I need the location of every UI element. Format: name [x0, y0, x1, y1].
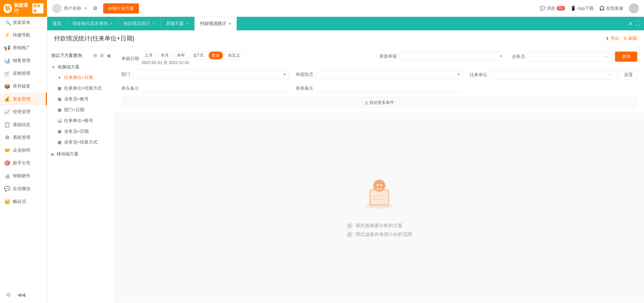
- head-note-input[interactable]: [142, 84, 289, 93]
- scheme-item-partner-account[interactable]: 📊 往来单位+账号: [47, 115, 114, 126]
- sidebar-item-label-quick-nav: 快捷导航: [13, 32, 30, 38]
- content-area: 按以下方案查询 ⊕ ⚙ ◀ ▼ 电脑端方案 ●: [47, 47, 644, 303]
- sidebar-item-wechat[interactable]: 💬 企业微信: [0, 182, 47, 195]
- logo-icon: 畅: [3, 4, 12, 13]
- online-service-btn[interactable]: 🎧 在线客服: [599, 5, 623, 11]
- source-doc-select[interactable]: ▾: [400, 52, 505, 61]
- doc-status-label: 单据状态: [296, 71, 313, 78]
- partner-label: 往来单位: [470, 72, 487, 78]
- filter-dept: 部门 ▾: [121, 70, 289, 79]
- settings-btn[interactable]: 设置: [620, 70, 637, 80]
- scheme-item-staff-settlement[interactable]: ▦ 业务员+结算方式: [47, 137, 114, 148]
- collapse-sidebar-icon[interactable]: ◀◀: [16, 290, 26, 300]
- scheme-item-staff-date[interactable]: ▦ 业务员+日期: [47, 126, 114, 137]
- tab-receipt-stats-close[interactable]: ✕: [152, 22, 155, 26]
- user-name: 用户名称: [64, 5, 81, 11]
- partner-select[interactable]: ···: [490, 70, 617, 80]
- topbar-dropdown-arrow[interactable]: ▾: [85, 6, 87, 11]
- scheme-item-label-4: 往来单位+账号: [64, 118, 93, 124]
- tab-receipt-stats[interactable]: 收款情况统计 ✕: [118, 17, 161, 30]
- export-btn[interactable]: ⬆ 导出: [606, 35, 619, 41]
- salesperson-ellipsis[interactable]: ···: [602, 54, 609, 60]
- sidebar-item-hardware[interactable]: 🖨 智能硬件: [0, 170, 47, 182]
- main-area: 用户名称 ▾ ⚙ 体验行业方案 💬 消息 99+ 📱 App下载 🎧 在线客服: [47, 0, 644, 303]
- tab-close-all-icon[interactable]: ✕: [628, 21, 633, 27]
- collapse-panel-icon[interactable]: ◀: [106, 52, 110, 59]
- scheme-item-dept-date[interactable]: ▦ 部门+日期: [47, 104, 114, 115]
- scheme-item-icon-3: ▦: [57, 107, 62, 113]
- settings-scheme-icon[interactable]: ⚙: [99, 52, 104, 59]
- date-btn-this-year[interactable]: 本年: [174, 52, 188, 59]
- sidebar-item-icon-purchase: 🛒: [4, 70, 10, 77]
- tip-num-1: 1: [347, 223, 353, 229]
- tab-new-scheme-close[interactable]: ✕: [186, 22, 189, 26]
- tab-bank-flow[interactable]: 现金银行流水查询 ✕: [67, 17, 118, 30]
- right-panel: 单据日期 上月 本月 本年 近7天 更多 自定义: [115, 47, 644, 303]
- sidebar-item-label-guide: 新手引导: [13, 160, 30, 166]
- dept-select[interactable]: ▾: [133, 70, 289, 79]
- section-mobile-label: 移动端方案: [57, 151, 79, 157]
- settings-icon[interactable]: ⚙: [3, 290, 13, 300]
- sidebar-item-system[interactable]: ⚙ 系统管理: [0, 131, 47, 144]
- trial-btn[interactable]: 体验行业方案: [103, 3, 139, 13]
- tab-home[interactable]: 首页: [47, 17, 67, 30]
- scheme-item-icon-2: ▦: [57, 96, 62, 102]
- scheme-item-label-0: 往来单位+日期: [64, 74, 93, 81]
- empty-tip-1: 1 请先选择要分析的方案: [347, 223, 412, 229]
- date-btn-7days[interactable]: 近7天: [190, 52, 207, 59]
- date-btn-this-month[interactable]: 本月: [158, 52, 172, 59]
- sidebar-item-inventory[interactable]: 📦 库存核算: [0, 80, 47, 93]
- tab-payment-stats-close[interactable]: ✕: [228, 22, 231, 26]
- mobile-section-arrow-icon: ▶: [51, 152, 55, 157]
- sidebar-item-basic[interactable]: 📋 基础信息: [0, 118, 47, 131]
- app-download-btn[interactable]: 📱 App下载: [570, 5, 594, 11]
- collapse-bar[interactable]: ⋀ 收起更多条件: [121, 97, 637, 108]
- scheme-item-partner-settlement[interactable]: ▦ 往来单位+结算方式: [47, 83, 114, 94]
- message-btn[interactable]: 💬 消息 99+: [540, 5, 565, 11]
- sidebar-search[interactable]: 🔍 搜索菜单: [0, 17, 47, 29]
- sidebar-item-icon-basic: 📋: [4, 122, 10, 128]
- scheme-section-desktop-header[interactable]: ▼ 电脑端方案: [47, 62, 114, 72]
- empty-area: 1 请先选择要分析的方案 2 用过滤条件来缩小分析范围: [115, 113, 644, 303]
- sidebar-item-icon-guide: 🎯: [4, 160, 10, 166]
- sidebar-item-operation[interactable]: 📈 经营管理: [0, 105, 47, 118]
- partner-ellipsis[interactable]: ···: [607, 72, 614, 78]
- scheme-item-staff-account[interactable]: ▦ 业务员+账号: [47, 94, 114, 104]
- sidebar-item-label-cooperation: 企业协同: [13, 147, 30, 153]
- date-btn-custom[interactable]: 自定义: [225, 52, 243, 59]
- date-btn-last-month[interactable]: 上月: [142, 52, 156, 59]
- tab-expand-icon[interactable]: ⛶: [635, 21, 641, 27]
- sidebar-item-marketing[interactable]: 📢 营销推广: [0, 41, 47, 54]
- sidebar-item-label-hardware: 智能硬件: [13, 173, 30, 179]
- sidebar-item-cooperation[interactable]: 🤝 企业协同: [0, 144, 47, 157]
- filter-date: 单据日期 上月 本月 本年 近7天 更多 自定义: [121, 52, 373, 66]
- sidebar-item-quick-nav[interactable]: ⚡ 快捷导航: [0, 29, 47, 41]
- sidebar-item-label-wechat: 企业微信: [13, 186, 30, 192]
- sidebar-item-label-purchase: 采购管理: [13, 70, 30, 77]
- refresh-btn[interactable]: ↻ 刷新: [623, 35, 637, 41]
- tab-payment-stats[interactable]: 付款情况统计 ✕: [195, 17, 237, 30]
- salesperson-select[interactable]: ···: [528, 52, 613, 62]
- filter-salesperson: 业务员 ··· 查询: [512, 52, 638, 62]
- sidebar-item-icon-system: ⚙: [4, 134, 10, 141]
- sidebar-item-sales[interactable]: 📊 销售管理: [0, 54, 47, 67]
- page-inner: 付款情况统计(往来单位+日期) ⬆ 导出 ↻ 刷新: [47, 30, 644, 303]
- sidebar-item-guide[interactable]: 🎯 新手引导: [0, 157, 47, 170]
- dept-label: 部门: [121, 71, 130, 78]
- tab-bank-flow-close[interactable]: ✕: [110, 22, 113, 26]
- sidebar-item-member[interactable]: 👑 畅会员: [0, 195, 47, 208]
- date-btn-more[interactable]: 更多: [209, 52, 223, 59]
- scheme-item-partner-date[interactable]: ● 往来单位+日期: [47, 72, 114, 83]
- sidebar-item-icon-sales: 📊: [4, 58, 10, 64]
- scheme-section-mobile-header[interactable]: ▶ 移动端方案: [47, 149, 114, 159]
- topbar-user-avatar[interactable]: [629, 3, 639, 13]
- body-note-input[interactable]: [316, 84, 463, 93]
- doc-status-select[interactable]: ▾: [316, 70, 463, 79]
- add-scheme-icon[interactable]: ⊕: [93, 52, 97, 59]
- sidebar-nav: ⚡ 快捷导航 📢 营销推广 📊 销售管理 🛒 采购管理 📦 库存核算 💰 资金管…: [0, 29, 47, 286]
- sidebar-item-purchase[interactable]: 🛒 采购管理: [0, 67, 47, 80]
- query-btn[interactable]: 查询: [615, 52, 637, 62]
- sidebar-item-finance[interactable]: 💰 资金管理: [0, 93, 47, 105]
- topbar-gear-icon[interactable]: ⚙: [90, 4, 100, 13]
- tab-new-scheme[interactable]: 新建方案 ✕: [161, 17, 195, 30]
